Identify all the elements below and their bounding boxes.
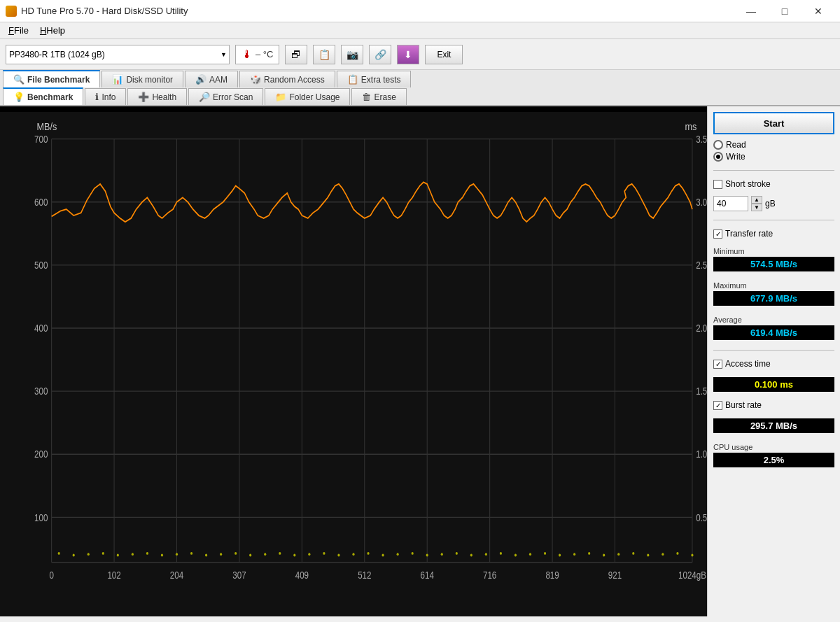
write-radio-row[interactable]: Write <box>713 152 834 162</box>
maximum-label: Maximum <box>713 281 834 290</box>
divider-3 <box>713 350 834 351</box>
svg-text:100: 100 <box>34 511 48 523</box>
burst-rate-section: 295.7 MB/s <box>713 418 834 436</box>
svg-point-65 <box>323 552 325 555</box>
tab-health[interactable]: ➕ Health <box>127 88 187 105</box>
read-radio[interactable] <box>713 140 723 150</box>
exit-button[interactable]: Exit <box>425 45 463 64</box>
info-icon: ℹ <box>95 92 99 102</box>
svg-point-67 <box>352 553 354 556</box>
cpu-usage-label: CPU usage <box>713 443 834 451</box>
burst-rate-row[interactable]: Burst rate <box>713 400 834 410</box>
link-btn[interactable]: 🔗 <box>369 45 391 64</box>
tab-aam[interactable]: 🔊 AAM <box>185 71 238 87</box>
svg-point-53 <box>146 552 148 555</box>
svg-text:102: 102 <box>107 570 120 581</box>
svg-text:0.50: 0.50 <box>696 511 707 523</box>
tab-file-benchmark[interactable]: 🔍 File Benchmark <box>3 70 100 87</box>
write-radio[interactable] <box>713 152 723 162</box>
copy-btn-2[interactable]: 📋 <box>313 45 335 64</box>
svg-point-76 <box>485 553 487 556</box>
svg-point-59 <box>234 552 237 555</box>
spinbox-down[interactable]: ▼ <box>751 204 762 211</box>
tab-info[interactable]: ℹ Info <box>85 88 126 105</box>
window-controls: — □ ✕ <box>735 3 834 20</box>
svg-point-47 <box>58 552 60 555</box>
svg-text:921: 921 <box>608 570 622 581</box>
svg-point-82 <box>573 553 575 556</box>
file-benchmark-icon: 🔍 <box>13 74 24 85</box>
tab-disk-monitor[interactable]: 📊 Disk monitor <box>102 71 183 87</box>
error-scan-icon: 🔎 <box>199 92 210 102</box>
download-btn[interactable]: ⬇ <box>397 45 419 64</box>
tab-benchmark[interactable]: 💡 Benchmark <box>3 87 83 105</box>
svg-point-50 <box>102 552 104 555</box>
tab-extra-tests[interactable]: 📋 Extra tests <box>337 71 412 87</box>
svg-text:1024gB: 1024gB <box>678 570 706 581</box>
tab-erase[interactable]: 🗑 Erase <box>351 88 406 105</box>
thermometer-icon: 🌡 <box>241 48 253 61</box>
svg-point-85 <box>617 553 620 556</box>
access-time-value: 0.100 ms <box>713 377 834 392</box>
spinbox-buttons: ▲ ▼ <box>751 196 762 211</box>
svg-text:ms: ms <box>685 120 696 133</box>
access-time-row[interactable]: Access time <box>713 359 834 369</box>
svg-point-55 <box>176 553 178 556</box>
extra-tests-icon: 📋 <box>347 74 358 85</box>
divider-2 <box>713 220 834 220</box>
erase-icon: 🗑 <box>362 92 371 102</box>
drive-selector[interactable]: PP3480-R 1TB (1024 gB) <box>6 45 230 64</box>
start-button[interactable]: Start <box>713 112 834 134</box>
short-stroke-row[interactable]: Short stroke <box>713 179 834 189</box>
svg-point-74 <box>456 552 458 555</box>
svg-point-86 <box>632 552 634 555</box>
svg-point-63 <box>293 554 295 557</box>
transfer-rate-row[interactable]: Transfer rate <box>713 229 834 239</box>
svg-point-75 <box>470 554 472 557</box>
svg-text:307: 307 <box>232 570 246 581</box>
copy-btn-1[interactable]: 🗗 <box>285 45 307 64</box>
svg-point-57 <box>205 554 207 557</box>
svg-text:0: 0 <box>49 570 53 581</box>
svg-text:300: 300 <box>34 386 48 397</box>
svg-point-90 <box>691 554 693 557</box>
temperature-value: – °C <box>255 49 273 59</box>
access-time-checkbox[interactable] <box>713 360 722 369</box>
short-stroke-checkbox[interactable] <box>713 180 722 189</box>
tab-random-access[interactable]: 🎲 Random Access <box>239 71 335 87</box>
drive-selector-wrap: PP3480-R 1TB (1024 gB) <box>6 45 230 64</box>
svg-text:614: 614 <box>421 570 434 581</box>
burst-rate-checkbox[interactable] <box>713 401 722 410</box>
svg-point-84 <box>603 554 605 557</box>
cpu-usage-value: 2.5% <box>713 453 834 467</box>
close-button[interactable]: ✕ <box>802 3 834 20</box>
svg-point-80 <box>544 552 546 555</box>
screenshot-btn[interactable]: 📷 <box>341 45 363 64</box>
minimize-button[interactable]: — <box>735 3 767 20</box>
spinbox-up[interactable]: ▲ <box>751 196 762 204</box>
read-radio-row[interactable]: Read <box>713 140 834 150</box>
health-icon: ➕ <box>138 92 149 102</box>
main-content: MB/s ms <box>0 106 840 616</box>
burst-rate-value: 295.7 MB/s <box>713 418 834 433</box>
svg-point-70 <box>397 553 399 556</box>
svg-text:819: 819 <box>545 570 559 581</box>
svg-text:2.00: 2.00 <box>696 323 707 334</box>
access-time-section: 0.100 ms <box>713 377 834 395</box>
svg-point-48 <box>73 554 75 557</box>
svg-point-62 <box>279 552 281 555</box>
menu-help[interactable]: HHelp <box>34 24 71 37</box>
tab-row-2: 💡 Benchmark ℹ Info ➕ Health 🔎 Error Scan… <box>3 87 837 105</box>
window-title: HD Tune Pro 5.70 - Hard Disk/SSD Utility <box>21 6 188 16</box>
spinbox-value: 40 <box>713 196 748 211</box>
divider-1 <box>713 170 834 171</box>
menu-file[interactable]: FFile <box>3 24 34 37</box>
svg-point-64 <box>308 553 310 556</box>
maximize-button[interactable]: □ <box>769 3 801 20</box>
tab-error-scan[interactable]: 🔎 Error Scan <box>188 88 263 105</box>
svg-point-73 <box>441 553 443 556</box>
svg-point-89 <box>676 552 678 555</box>
transfer-rate-checkbox[interactable] <box>713 229 722 239</box>
tab-folder-usage[interactable]: 📁 Folder Usage <box>265 88 350 105</box>
disk-monitor-icon: 📊 <box>112 74 123 85</box>
